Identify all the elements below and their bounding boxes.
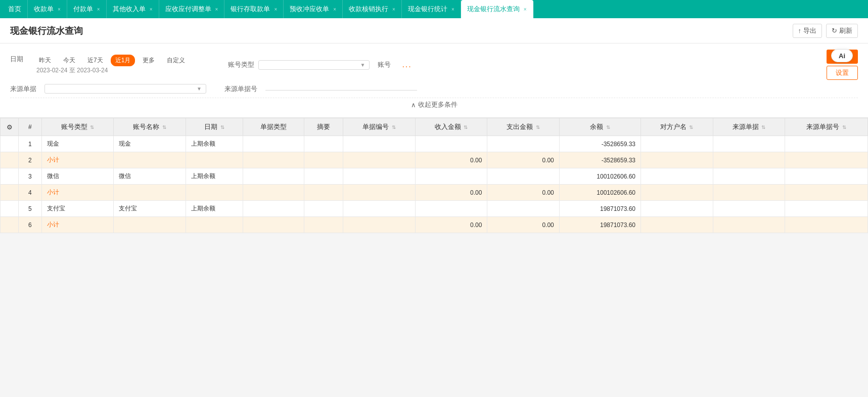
table-cell [785, 201, 867, 217]
shortcut-more[interactable]: 更多 [138, 55, 159, 66]
table-cell: 5 [19, 201, 42, 217]
nav-label-0: 收款单 [34, 5, 54, 14]
table-cell [243, 168, 304, 185]
col-date-label: 日期 [204, 123, 217, 130]
close-icon-7[interactable]: × [451, 7, 454, 12]
table-row: 3微信微信上期余额100102606.60 [1, 168, 868, 185]
col-src-doc-no[interactable]: 来源单据号 ⇅ [785, 118, 867, 136]
table-cell: 19871073.60 [559, 217, 641, 233]
nav-label-5: 预收冲应收单 [290, 5, 329, 14]
sort-icon-11[interactable]: ⇅ [842, 124, 846, 130]
sort-icon-2[interactable]: ⇅ [220, 124, 224, 130]
col-income[interactable]: 收入金额 ⇅ [415, 118, 487, 136]
sort-icon-5[interactable]: ⇅ [392, 124, 396, 130]
table-cell: 现金 [41, 136, 113, 152]
close-icon-8[interactable]: × [524, 7, 527, 12]
col-date[interactable]: 日期 ⇅ [186, 118, 243, 136]
table-cell: 小计 [41, 217, 113, 233]
collapse-button[interactable]: ∧ 收起更多条件 [411, 100, 458, 109]
col-account-name[interactable]: 账号名称 ⇅ [114, 118, 186, 136]
table-cell [304, 136, 343, 152]
table-cell: 上期余额 [186, 136, 243, 152]
table-cell [785, 168, 867, 185]
setting-button[interactable]: 设置 [827, 66, 858, 80]
table-cell [641, 168, 713, 185]
shortcut-today[interactable]: 今天 [59, 55, 80, 66]
source-doc-no-input[interactable] [265, 87, 417, 91]
account-dots-button[interactable]: ... [402, 60, 412, 69]
sort-icon-10[interactable]: ⇅ [761, 124, 765, 130]
sort-icon-6[interactable]: ⇅ [464, 124, 468, 130]
collapse-up-icon: ∧ [411, 101, 416, 109]
nav-tab-8[interactable]: 现金银行流水查询 × [461, 0, 533, 18]
close-icon-1[interactable]: × [97, 7, 100, 12]
table-cell [304, 168, 343, 185]
sort-icon-1[interactable]: ⇅ [162, 124, 166, 130]
gear-icon: ⚙ [7, 123, 13, 131]
col-src-doc-label: 来源单据 [733, 123, 759, 130]
table-cell [641, 201, 713, 217]
close-icon-4[interactable]: × [274, 7, 277, 12]
table-cell [114, 185, 186, 201]
col-src-doc[interactable]: 来源单据 ⇅ [713, 118, 785, 136]
source-doc-label: 来源单据 [10, 84, 36, 94]
gear-header[interactable]: ⚙ [1, 118, 19, 136]
table-cell [785, 152, 867, 168]
table-row: 4小计0.000.00100102606.60 [1, 185, 868, 201]
table-cell: 现金 [114, 136, 186, 152]
page-title: 现金银行流水查询 [10, 25, 83, 37]
filter-area: 日期 昨天 今天 近7天 近1月 更多 自定义 2023-02-24 至 202… [0, 43, 868, 118]
shortcut-1month[interactable]: 近1月 [111, 55, 135, 66]
nav-tab-5[interactable]: 预收冲应收单 × [284, 0, 343, 18]
col-account-type[interactable]: 账号类型 ⇅ [41, 118, 113, 136]
nav-tab-7[interactable]: 现金银行统计 × [402, 0, 461, 18]
close-icon-0[interactable]: × [58, 7, 61, 12]
shortcut-7days[interactable]: 近7天 [83, 55, 108, 66]
shortcut-custom[interactable]: 自定义 [162, 55, 190, 66]
nav-tab-1[interactable]: 付款单 × [67, 0, 107, 18]
sort-icon-7[interactable]: ⇅ [536, 124, 540, 130]
table-cell [415, 201, 487, 217]
nav-label-4: 银行存取款单 [231, 5, 270, 14]
close-icon-2[interactable]: × [150, 7, 153, 12]
account-type-label: 账号类型 [228, 60, 254, 69]
col-counterpart[interactable]: 对方户名 ⇅ [641, 118, 713, 136]
date-label: 日期 [10, 55, 30, 64]
nav-tab-0[interactable]: 收款单 × [28, 0, 67, 18]
table-cell [1, 168, 19, 185]
col-expense[interactable]: 支出金额 ⇅ [487, 118, 559, 136]
source-doc-select[interactable]: ▼ [44, 84, 206, 94]
shortcut-yesterday[interactable]: 昨天 [34, 55, 56, 66]
nav-tab-2[interactable]: 其他收入单 × [107, 0, 159, 18]
col-balance[interactable]: 余额 ⇅ [559, 118, 641, 136]
close-icon-6[interactable]: × [392, 7, 395, 12]
table-cell [304, 185, 343, 201]
nav-tab-3[interactable]: 应收应付调整单 × [159, 0, 225, 18]
filter-row-2: 来源单据 ▼ 来源单据号 [10, 84, 858, 94]
table-cell: 2 [19, 152, 42, 168]
table-cell: 0.00 [415, 152, 487, 168]
sort-icon-0[interactable]: ⇅ [90, 124, 94, 130]
table-cell [243, 136, 304, 152]
table-cell [114, 217, 186, 233]
table-cell [415, 136, 487, 152]
nav-tab-home[interactable]: 首页 [2, 0, 28, 18]
table-cell [1, 201, 19, 217]
close-icon-5[interactable]: × [333, 7, 336, 12]
nav-tab-4[interactable]: 银行存取款单 × [224, 0, 284, 18]
sort-icon-8[interactable]: ⇅ [606, 124, 610, 130]
ai-badge[interactable]: Ai [831, 49, 853, 62]
nav-tab-6[interactable]: 收款核销执行 × [343, 0, 402, 18]
close-icon-3[interactable]: × [215, 7, 218, 12]
col-src-doc-no-label: 来源单据号 [806, 123, 839, 130]
col-doc-no[interactable]: 单据编号 ⇅ [343, 118, 415, 136]
table-cell: 上期余额 [186, 168, 243, 185]
account-type-select[interactable]: ▼ [258, 60, 370, 70]
refresh-button[interactable]: ↻ 刷新 [826, 24, 858, 38]
export-button[interactable]: ↑ 导出 [793, 24, 823, 38]
sort-icon-9[interactable]: ⇅ [689, 124, 693, 130]
nav-label-3: 应收应付调整单 [165, 5, 211, 14]
nav-label-8: 现金银行流水查询 [467, 5, 520, 14]
table-cell: 0.00 [487, 185, 559, 201]
table-row: 2小计0.000.00-3528659.33 [1, 152, 868, 168]
